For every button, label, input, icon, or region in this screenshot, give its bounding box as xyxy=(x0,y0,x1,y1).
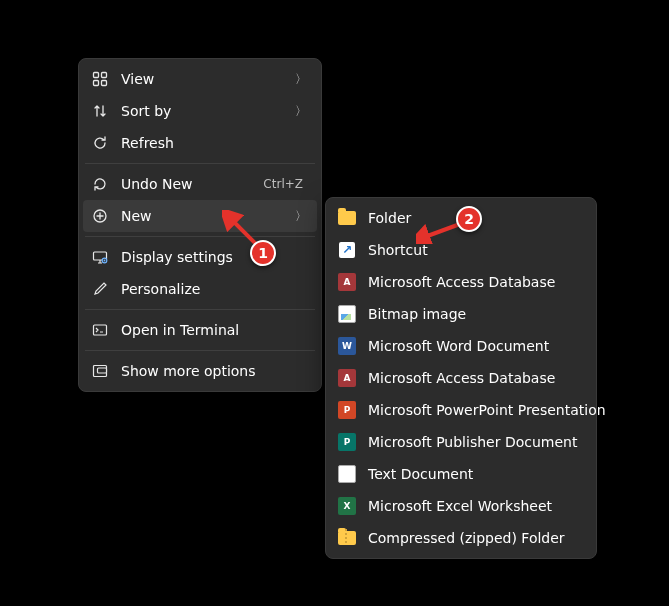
svg-rect-8 xyxy=(94,325,107,335)
menu-item-undo[interactable]: Undo New Ctrl+Z xyxy=(83,168,317,200)
submenu-label: Microsoft Publisher Document xyxy=(368,434,582,450)
submenu-item-excel[interactable]: X Microsoft Excel Worksheet xyxy=(330,490,592,522)
menu-label: Show more options xyxy=(121,363,307,379)
menu-item-display-settings[interactable]: Display settings xyxy=(83,241,317,273)
menu-item-more-options[interactable]: Show more options xyxy=(83,355,317,387)
chevron-right-icon: 〉 xyxy=(295,208,307,225)
submenu-item-access[interactable]: A Microsoft Access Database xyxy=(330,266,592,298)
menu-separator xyxy=(85,309,315,310)
desktop-context-menu: View 〉 Sort by 〉 Refresh Undo New Ctrl+Z xyxy=(78,58,322,392)
svg-rect-3 xyxy=(102,81,107,86)
menu-separator xyxy=(85,163,315,164)
chevron-right-icon: 〉 xyxy=(295,71,307,88)
submenu-item-text[interactable]: Text Document xyxy=(330,458,592,490)
svg-line-12 xyxy=(422,224,460,238)
submenu-item-publisher[interactable]: P Microsoft Publisher Document xyxy=(330,426,592,458)
display-settings-icon xyxy=(91,248,109,266)
new-icon xyxy=(91,207,109,225)
access-icon: A xyxy=(338,369,356,387)
submenu-label: Bitmap image xyxy=(368,306,582,322)
svg-rect-10 xyxy=(98,368,107,373)
menu-label: Open in Terminal xyxy=(121,322,307,338)
menu-label: Display settings xyxy=(121,249,307,265)
submenu-label: Microsoft Excel Worksheet xyxy=(368,498,582,514)
menu-label: Refresh xyxy=(121,135,307,151)
bitmap-icon xyxy=(338,305,356,323)
menu-item-sort-by[interactable]: Sort by 〉 xyxy=(83,95,317,127)
text-document-icon xyxy=(338,465,356,483)
submenu-label: Text Document xyxy=(368,466,582,482)
submenu-label: Microsoft Access Database xyxy=(368,370,582,386)
annotation-badge-1: 1 xyxy=(250,240,276,266)
submenu-label: Microsoft Access Database xyxy=(368,274,582,290)
refresh-icon xyxy=(91,134,109,152)
menu-label: Sort by xyxy=(121,103,283,119)
sort-icon xyxy=(91,102,109,120)
menu-separator xyxy=(85,236,315,237)
menu-label: View xyxy=(121,71,283,87)
access-icon: A xyxy=(338,273,356,291)
submenu-label: Microsoft Word Document xyxy=(368,338,582,354)
svg-point-7 xyxy=(104,260,106,262)
personalize-icon xyxy=(91,280,109,298)
view-icon xyxy=(91,70,109,88)
excel-icon: X xyxy=(338,497,356,515)
svg-rect-2 xyxy=(94,81,99,86)
annotation-badge-2: 2 xyxy=(456,206,482,232)
publisher-icon: P xyxy=(338,433,356,451)
menu-label: Personalize xyxy=(121,281,307,297)
word-icon: W xyxy=(338,337,356,355)
svg-rect-0 xyxy=(94,73,99,78)
zip-folder-icon xyxy=(338,529,356,547)
powerpoint-icon: P xyxy=(338,401,356,419)
submenu-label: Microsoft PowerPoint Presentation xyxy=(368,402,606,418)
menu-label: Undo New xyxy=(121,176,251,192)
chevron-right-icon: 〉 xyxy=(295,103,307,120)
menu-item-refresh[interactable]: Refresh xyxy=(83,127,317,159)
submenu-label: Shortcut xyxy=(368,242,582,258)
submenu-item-powerpoint[interactable]: P Microsoft PowerPoint Presentation xyxy=(330,394,592,426)
undo-icon xyxy=(91,175,109,193)
new-submenu: Folder Shortcut A Microsoft Access Datab… xyxy=(325,197,597,559)
menu-separator xyxy=(85,350,315,351)
shortcut-icon xyxy=(338,241,356,259)
terminal-icon xyxy=(91,321,109,339)
svg-rect-1 xyxy=(102,73,107,78)
submenu-item-zip[interactable]: Compressed (zipped) Folder xyxy=(330,522,592,554)
more-options-icon xyxy=(91,362,109,380)
submenu-item-word[interactable]: W Microsoft Word Document xyxy=(330,330,592,362)
folder-icon xyxy=(338,209,356,227)
menu-item-open-terminal[interactable]: Open in Terminal xyxy=(83,314,317,346)
menu-item-new[interactable]: New 〉 xyxy=(83,200,317,232)
menu-item-personalize[interactable]: Personalize xyxy=(83,273,317,305)
submenu-item-access-2[interactable]: A Microsoft Access Database xyxy=(330,362,592,394)
submenu-item-bitmap[interactable]: Bitmap image xyxy=(330,298,592,330)
menu-item-view[interactable]: View 〉 xyxy=(83,63,317,95)
submenu-label: Compressed (zipped) Folder xyxy=(368,530,582,546)
menu-shortcut: Ctrl+Z xyxy=(263,177,303,191)
